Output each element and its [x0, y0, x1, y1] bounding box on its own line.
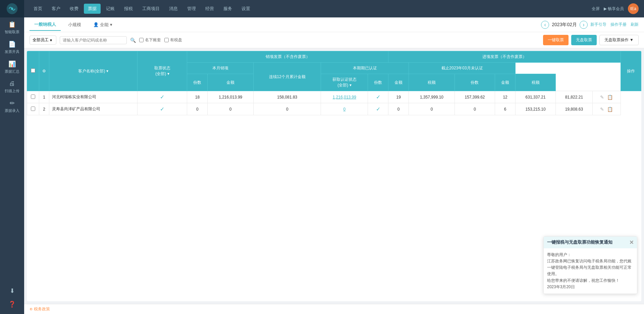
- row-purchase-uncert-count: 12: [495, 91, 516, 103]
- fullscreen-btn[interactable]: 全屏: [592, 6, 600, 12]
- nav-bookkeeping[interactable]: 记账: [102, 4, 119, 14]
- user-icon: 👤: [93, 22, 99, 27]
- notification-title: 一键报税与无盘取票功能恢复通知: [547, 239, 612, 245]
- sub-checkbox[interactable]: [139, 38, 144, 42]
- row-status: ✓: [138, 91, 187, 103]
- sidebar-item-help[interactable]: ❓: [0, 297, 24, 311]
- row-sales-count: 18: [187, 91, 208, 103]
- sidebar-item-issue-invoice[interactable]: 📄 发票开具: [0, 37, 24, 57]
- period-label: 2023年02月: [552, 22, 577, 28]
- row-actions: ✎ 📋: [592, 103, 621, 115]
- nav-operation[interactable]: 经营: [201, 4, 218, 14]
- search-button[interactable]: 🔍: [130, 38, 136, 43]
- th-sales-12m: 连续12个月累计金额: [254, 63, 321, 91]
- sidebar-item-scan-upload[interactable]: 🖨 扫描上传: [0, 77, 24, 96]
- dropdown-icon: ▾: [50, 38, 52, 43]
- notification-header: 一键报税与无盘取票功能恢复通知 ✕: [544, 237, 637, 248]
- topnav: 首页 客户 收费 票据 记账 报税 工商项目 消息 管理 经营 服务 设置 全屏…: [24, 0, 644, 17]
- row-purchase-cert-tax: 157,399.62: [454, 91, 495, 103]
- sidebar-bottom: ⬇ ❓: [0, 284, 24, 314]
- th-checkbox[interactable]: [27, 51, 39, 91]
- th-customer: 客户名称(全部) ▾: [49, 51, 138, 91]
- filter-right-actions: 一键取票 无盘取票 无盘取票操作 ▼: [543, 35, 639, 45]
- th-purchase-cert-count: 份数: [368, 74, 388, 91]
- period-next-btn[interactable]: ›: [580, 21, 588, 29]
- tab-general[interactable]: 一般纳税人: [30, 19, 61, 31]
- sidebar-item-invoice-summary[interactable]: 📊 票据汇总: [0, 57, 24, 77]
- help-icon: ❓: [8, 301, 16, 308]
- th-sales-count: 份数: [187, 74, 208, 91]
- nav-tax[interactable]: 报税: [120, 4, 137, 14]
- row-purchase-cert-status: ✓: [368, 103, 388, 115]
- tab-small[interactable]: 小规模: [63, 19, 86, 30]
- row-sales-12m[interactable]: 1,216,013.99: [321, 91, 368, 103]
- edit-icon[interactable]: ✎: [600, 95, 604, 100]
- tab-bar: 一般纳税人 小规模 👤 全能 ▾ ‹ 2023年02月 › 新手引导 操作手册 …: [24, 17, 644, 32]
- employee-select[interactable]: 全部员工 ▾: [30, 36, 56, 45]
- nav-home[interactable]: 首页: [30, 4, 46, 14]
- data-entry-icon: ✏: [10, 100, 15, 107]
- smart-fetch-icon: 📋: [8, 21, 16, 28]
- avatar[interactable]: tEa: [628, 3, 639, 14]
- tax-checkbox[interactable]: [164, 38, 169, 42]
- sidebar-item-download[interactable]: ⬇: [0, 284, 24, 297]
- status-check-icon: ✓: [160, 94, 164, 100]
- nav-manage[interactable]: 管理: [183, 4, 200, 14]
- th-sales-amount: 金额: [208, 74, 254, 91]
- th-purchase-uncert: 截止2023年03月未认证: [409, 63, 516, 74]
- row-sales-12m[interactable]: 0: [321, 103, 368, 115]
- th-operation: 操作: [621, 51, 641, 91]
- checkbox-tax[interactable]: 有税盘: [164, 37, 182, 43]
- edit-icon[interactable]: ✎: [600, 107, 604, 112]
- row-purchase-cert-count: 0: [388, 103, 409, 115]
- cert-status-filter-icon[interactable]: ▾: [350, 83, 352, 87]
- copy-icon[interactable]: 📋: [607, 95, 613, 100]
- nav-business[interactable]: 工商项目: [138, 4, 164, 14]
- row-checkbox[interactable]: [27, 103, 39, 115]
- tab-right-actions: 新手引导 操作手册 刷新: [590, 22, 639, 27]
- nav-customer[interactable]: 客户: [48, 4, 64, 14]
- sales-12m-link[interactable]: 1,216,013.99: [333, 95, 356, 100]
- notification-close-btn[interactable]: ✕: [629, 239, 634, 246]
- nav-invoice[interactable]: 票据: [84, 4, 101, 14]
- sidebar-item-data-entry[interactable]: ✏ 票据录入: [0, 96, 24, 116]
- sidebar-item-smart-fetch[interactable]: 📋 智能取票: [0, 17, 24, 37]
- row-status: ✓: [138, 103, 187, 115]
- copy-icon[interactable]: 📋: [607, 107, 613, 112]
- search-input[interactable]: [60, 36, 127, 44]
- row-sales-amount: 1,216,013.99: [208, 91, 254, 103]
- one-click-fetch-btn[interactable]: 一键取票: [543, 35, 569, 45]
- filter-bar: 全部员工 ▾ 🔍 名下账套 有税盘 一键取票 无盘取票 无盘取票操作 ▼: [24, 32, 644, 48]
- nav-service[interactable]: 服务: [219, 4, 236, 14]
- checkbox-sub[interactable]: 名下账套: [139, 37, 161, 43]
- no-disk-fetch-btn[interactable]: 无盘取票: [571, 35, 597, 45]
- tax-policy-link[interactable]: ⊕ 税务政策: [30, 306, 50, 312]
- table-row: 2 灵寿县尚泽矿产品有限公司 ✓ 0 0 0 0 ✓ 0 0 0 6 153,2…: [27, 103, 641, 115]
- refresh-btn[interactable]: 刷新: [631, 22, 639, 27]
- row-checkbox[interactable]: [27, 91, 39, 103]
- customer-filter-icon[interactable]: ▾: [106, 69, 108, 73]
- manual-btn[interactable]: 操作手册: [610, 22, 627, 27]
- vip-btn[interactable]: ▶ 畅享会员: [604, 6, 624, 12]
- nav-collection[interactable]: 收费: [66, 4, 83, 14]
- nav-message[interactable]: 消息: [165, 4, 182, 14]
- th-settings[interactable]: ⚙: [39, 51, 49, 91]
- bottom-bar: ⊕ 税务政策: [24, 304, 644, 314]
- th-status: 取票状态(全部) ▾: [138, 51, 187, 91]
- tab-all[interactable]: 👤 全能 ▾: [89, 19, 117, 30]
- nav-settings[interactable]: 设置: [237, 4, 254, 14]
- row-actions: ✎ 📋: [592, 91, 621, 103]
- no-disk-ops-btn[interactable]: 无盘取票操作 ▼: [599, 35, 639, 45]
- select-all-checkbox[interactable]: [31, 68, 35, 73]
- download-icon: ⬇: [10, 287, 15, 295]
- sales-12m-link[interactable]: 0: [343, 107, 346, 112]
- status-filter-icon[interactable]: ▾: [167, 71, 169, 76]
- th-purchase-cert-status: 获取认证状态(全部) ▾: [321, 74, 368, 91]
- row-purchase-uncert-count: 6: [495, 103, 516, 115]
- th-sales-month: 本月销项: [187, 63, 254, 74]
- topnav-right: 全屏 ▶ 畅享会员 tEa: [592, 3, 639, 14]
- period-prev-btn[interactable]: ‹: [541, 21, 549, 29]
- new-guide-btn[interactable]: 新手引导: [590, 22, 606, 27]
- row-sales-tax: 0: [254, 103, 321, 115]
- row-index: 1: [39, 91, 49, 103]
